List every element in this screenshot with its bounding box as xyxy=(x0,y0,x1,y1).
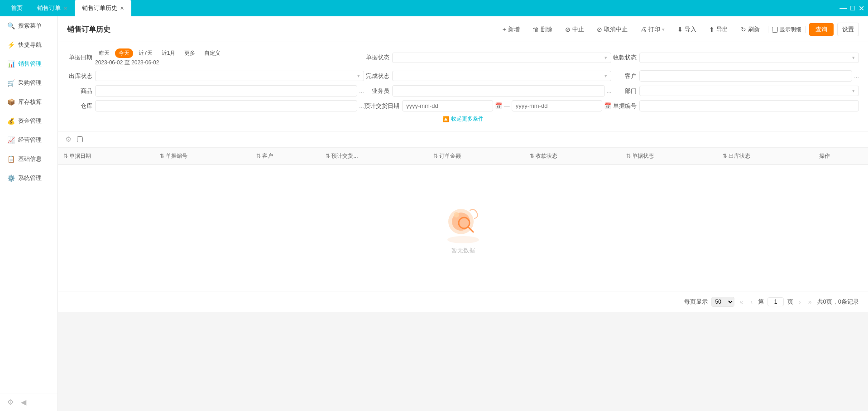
filter-warehouse-input[interactable] xyxy=(95,100,357,111)
new-icon: + xyxy=(503,26,506,33)
filter-delivery-date-label: 预计交货日期 xyxy=(364,102,399,110)
cancel-stop-icon: ⊘ xyxy=(597,26,602,33)
th-payment-status[interactable]: ⇅ 收款状态 xyxy=(524,148,621,165)
filter-bill-status-select[interactable]: ▾ xyxy=(392,53,612,63)
query-label: 查询 xyxy=(815,25,827,34)
select-all-checkbox[interactable] xyxy=(77,136,83,142)
minimize-button[interactable]: — xyxy=(839,4,847,12)
prev-page-button[interactable]: ‹ xyxy=(748,297,754,306)
sidebar-item-search-menu-label: 搜索菜单 xyxy=(18,22,42,30)
th-customer-label: ⇅ 客户 xyxy=(256,153,273,159)
refresh-button[interactable]: ↻ 刷新 xyxy=(736,23,764,36)
filter-salesperson-input[interactable] xyxy=(392,85,605,97)
stop-button[interactable]: ⊘ 中止 xyxy=(561,23,589,36)
tab-sales-order[interactable]: 销售订单 ✕ xyxy=(30,0,75,16)
salesperson-dots-icon[interactable]: ... xyxy=(607,87,612,94)
delete-button[interactable]: 🗑 删除 xyxy=(528,23,557,36)
sidebar-item-system-mgmt[interactable]: ⚙️ 系统管理 xyxy=(0,169,58,188)
empty-text: 暂无数据 xyxy=(451,247,475,255)
show-details-checkbox-label[interactable]: 显示明细 xyxy=(772,26,801,34)
sidebar-item-quick-nav[interactable]: ⚡ 快捷导航 xyxy=(0,35,58,54)
sidebar-item-capital-mgmt[interactable]: 💰 资金管理 xyxy=(0,111,58,131)
collapse-row[interactable]: 🔼 收起更多条件 xyxy=(67,113,859,125)
empty-illustration xyxy=(436,201,490,247)
toolbar-separator-2 xyxy=(805,26,806,33)
show-details-checkbox[interactable] xyxy=(772,27,778,33)
th-date[interactable]: ⇅ 单据日期 xyxy=(58,148,154,165)
sidebar-item-inventory[interactable]: 📦 库存核算 xyxy=(0,92,58,111)
th-bill-status[interactable]: ⇅ 单据状态 xyxy=(621,148,717,165)
filter-payment-status-select[interactable]: ▾ xyxy=(639,53,859,63)
query-button[interactable]: 查询 xyxy=(809,23,834,36)
tab-sales-order-history-close[interactable]: ✕ xyxy=(120,5,124,11)
sidebar-item-basic-info[interactable]: 📋 基础信息 xyxy=(0,150,58,169)
current-page-label: 第 xyxy=(758,298,764,306)
sales-mgmt-icon: 📊 xyxy=(7,60,14,68)
calendar-end-icon[interactable]: 📅 xyxy=(604,102,611,109)
filter-out-status-select[interactable]: ▾ xyxy=(95,71,364,81)
filter-bill-no-input[interactable] xyxy=(639,100,859,111)
date-7days[interactable]: 近7天 xyxy=(135,48,156,58)
th-out-status-label: ⇅ 出库状态 xyxy=(723,153,750,159)
tab-sales-order-history[interactable]: 销售订单历史 ✕ xyxy=(75,0,131,16)
th-delivery-date-label: ⇅ 预计交货... xyxy=(326,153,358,159)
cancel-stop-button[interactable]: ⊘ 取消中止 xyxy=(592,23,632,36)
table-settings-icon[interactable]: ⚙ xyxy=(65,135,72,144)
th-bill-no[interactable]: ⇅ 单据编号 xyxy=(154,148,251,165)
filter-delivery-date-end[interactable] xyxy=(512,100,603,111)
sidebar-item-operation-mgmt[interactable]: 📈 经营管理 xyxy=(0,131,58,150)
filter-delivery-date-start[interactable] xyxy=(402,100,493,111)
date-custom[interactable]: 自定义 xyxy=(201,48,224,58)
export-button[interactable]: ⬆ 导出 xyxy=(705,23,733,36)
show-details-label: 显示明细 xyxy=(780,26,801,34)
filter-complete-status-select[interactable]: ▾ xyxy=(392,71,612,81)
tab-sales-order-label: 销售订单 xyxy=(37,4,61,12)
collapse-label: 收起更多条件 xyxy=(451,115,484,123)
sidebar-item-operation-mgmt-label: 经营管理 xyxy=(18,136,42,144)
warehouse-dots-icon[interactable]: ... xyxy=(359,102,364,109)
quick-nav-icon: ⚡ xyxy=(7,41,14,48)
tab-home[interactable]: 首页 xyxy=(4,0,30,16)
customer-dots-icon[interactable]: ... xyxy=(854,73,859,79)
th-amount[interactable]: ⇅ 订单金额 xyxy=(428,148,524,165)
sidebar-item-sales-mgmt[interactable]: 📊 销售管理 xyxy=(0,54,58,73)
page-size-select[interactable]: 50 10 20 100 xyxy=(711,297,734,307)
sidebar-item-purchase-mgmt[interactable]: 🛒 采购管理 xyxy=(0,73,58,92)
date-today[interactable]: 今天 xyxy=(115,48,133,58)
th-customer[interactable]: ⇅ 客户 xyxy=(251,148,320,165)
payment-status-chevron-icon: ▾ xyxy=(852,55,855,61)
page-number-input[interactable] xyxy=(767,297,784,306)
date-range-buttons: 昨天 今天 近7天 近1月 更多 自定义 xyxy=(95,48,224,58)
import-button[interactable]: ⬇ 导入 xyxy=(673,23,701,36)
last-page-button[interactable]: » xyxy=(806,297,814,306)
pagination: 每页显示 50 10 20 100 « ‹ 第 页 › » 共0页，0条记录 xyxy=(58,291,868,312)
date-1month[interactable]: 近1月 xyxy=(158,48,179,58)
th-out-status[interactable]: ⇅ 出库状态 xyxy=(717,148,814,165)
page-title-row: 销售订单历史 + 新增 🗑 删除 ⊘ 中止 ⊘ xyxy=(67,23,859,36)
settings-button[interactable]: 设置 xyxy=(837,23,859,36)
new-button[interactable]: + 新增 xyxy=(498,23,524,36)
date-yesterday[interactable]: 昨天 xyxy=(95,48,113,58)
th-bill-no-label: ⇅ 单据编号 xyxy=(160,153,187,159)
next-page-button[interactable]: › xyxy=(797,297,803,306)
cancel-stop-label: 取消中止 xyxy=(604,25,628,34)
sidebar-settings-icon[interactable]: ⚙ xyxy=(7,398,14,406)
filter-goods-input[interactable] xyxy=(95,85,357,97)
calendar-start-icon[interactable]: 📅 xyxy=(495,102,502,109)
print-button[interactable]: 🖨 打印 ▾ xyxy=(636,23,669,36)
table-area: ⚙ ⇅ 单据日期 ⇅ 单据编号 ⇅ 客户 xyxy=(58,131,868,291)
settings-label: 设置 xyxy=(842,25,854,34)
date-more[interactable]: 更多 xyxy=(181,48,199,58)
filter-area: 单据日期 昨天 今天 近7天 近1月 更多 自定义 2023-06-02 至 2… xyxy=(58,42,868,131)
maximize-button[interactable]: □ xyxy=(850,4,855,12)
th-delivery-date[interactable]: ⇅ 预计交货... xyxy=(320,148,428,165)
tab-sales-order-history-label: 销售订单历史 xyxy=(82,4,117,12)
close-button[interactable]: ✕ xyxy=(858,4,864,13)
goods-dots-icon[interactable]: ... xyxy=(359,87,364,94)
sidebar-item-search-menu[interactable]: 🔍 搜索菜单 xyxy=(0,16,58,35)
tab-sales-order-close[interactable]: ✕ xyxy=(63,5,67,11)
filter-department-select[interactable]: ▾ xyxy=(639,86,859,96)
sidebar-collapse-icon[interactable]: ◀ xyxy=(21,398,26,406)
filter-customer-input[interactable] xyxy=(639,70,852,82)
first-page-button[interactable]: « xyxy=(738,297,745,306)
